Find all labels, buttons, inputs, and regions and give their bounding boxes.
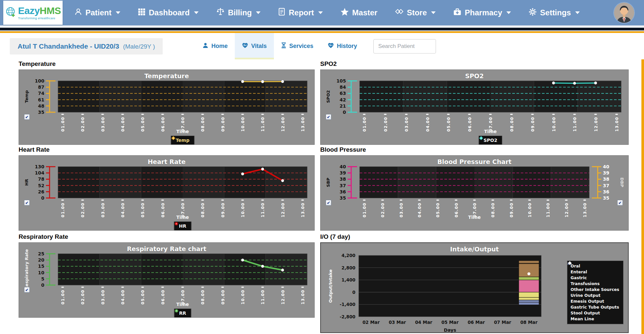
x-tick	[281, 114, 284, 115]
nav-item-store[interactable]: Store	[395, 8, 436, 18]
x-tick-label: 09.00	[221, 117, 225, 131]
pharmacy-icon	[453, 8, 461, 18]
x-tick	[121, 200, 124, 201]
bar-segment	[519, 261, 539, 263]
legend-item[interactable]: Gastric	[571, 275, 619, 280]
y-axis-label: Temp	[24, 90, 29, 103]
y-tick-label: -1,400	[340, 302, 355, 307]
x-tick	[261, 114, 264, 115]
legend-item[interactable]: Stool Output	[571, 311, 619, 315]
x-tick	[426, 114, 429, 115]
nav-item-master[interactable]: Master	[340, 8, 377, 18]
dropdown-caret-icon	[256, 11, 261, 14]
temperature-chart-panel: Temperature 1008774614835Temp01.0002.000…	[19, 69, 315, 145]
y-tick-label: -2,800	[340, 314, 355, 319]
x-tick	[101, 200, 104, 201]
y-tick-label: 26	[38, 189, 44, 194]
data-point-marker	[281, 179, 284, 182]
x-tick	[531, 114, 534, 115]
y-axis-label: Respiratory Rate	[24, 249, 29, 290]
bar-segment	[519, 280, 539, 292]
spo2-series-toggle-left[interactable]: ✔	[326, 114, 331, 120]
respiratory-rate-series-toggle-left[interactable]: ✔	[24, 287, 30, 293]
x-tick-label: 09.00	[221, 290, 225, 304]
y-tick-label: 48	[38, 103, 44, 109]
x-tick-label: 02.00	[81, 203, 85, 217]
nav-item-billing[interactable]: Billing	[216, 8, 261, 18]
x-tick-label: 13.00	[301, 203, 305, 217]
brand-tagline: Transforming eHealthcare	[18, 17, 61, 20]
x-tick-label: 06.00	[454, 203, 459, 217]
blood-pressure-heading: Blood Pressure	[320, 146, 629, 153]
temperature-series-toggle-left[interactable]: ✔	[24, 114, 30, 120]
respiratory-rate-plot: 2520151050Respiratory Rate01.0002.0003.0…	[19, 243, 314, 317]
heart-rate-plot: 1301047852260HR01.0002.0003.0004.0005.00…	[19, 156, 314, 230]
y-tick-label: 20	[38, 257, 45, 263]
tab-vitals[interactable]: Vitals	[235, 33, 274, 59]
x-tick-label: 04.00	[121, 117, 125, 131]
x-tick-label: 12.00	[564, 203, 569, 217]
legend-item[interactable]: Transfusions	[571, 281, 619, 286]
x-tick-label: 12.00	[594, 117, 598, 131]
y-tick-label: 78	[38, 176, 44, 182]
x-tick	[405, 114, 408, 115]
legend-item[interactable]: Emesis Output	[571, 299, 619, 304]
x-axis-label: Days	[444, 327, 456, 332]
legend-item[interactable]: Urine Output	[571, 293, 619, 298]
bar-segment	[519, 292, 539, 297]
heart-rate-legend[interactable]: HR	[174, 221, 191, 231]
respiratory-rate-chart-title: Respiratory Rate chart	[19, 245, 314, 252]
x-tick-label: 13.00	[615, 117, 619, 131]
search-patient-input[interactable]	[373, 39, 436, 53]
tab-history[interactable]: History	[321, 33, 364, 59]
x-tick	[301, 287, 304, 288]
app-logo[interactable]: EazyHMS Transforming eHealthcare	[3, 1, 63, 25]
separator-dark	[0, 28, 644, 30]
x-tick-label: 03 Mar	[389, 320, 406, 325]
spo2-legend[interactable]: SPO2	[479, 136, 502, 145]
x-tick	[221, 114, 224, 115]
x-tick-label: 06 Mar	[468, 320, 485, 325]
home-user-icon	[202, 42, 208, 50]
blood-pressure-series-toggle-right[interactable]: ✔	[617, 200, 623, 205]
bar-segment	[519, 302, 539, 305]
dropdown-caret-icon	[575, 11, 580, 14]
legend-item[interactable]: Mean Line	[571, 316, 619, 321]
history-heart-icon	[328, 42, 334, 50]
temperature-legend[interactable]: Temp	[171, 136, 194, 145]
data-point-marker	[241, 80, 244, 83]
x-tick	[201, 200, 204, 201]
x-tick-label: 09.00	[221, 203, 225, 217]
x-tick-label: 11.00	[573, 117, 577, 131]
legend-item[interactable]: Enteral	[571, 269, 619, 274]
patient-name: Atul T Chandankhede - UID20/3	[18, 42, 119, 50]
tab-services[interactable]: Services	[274, 33, 321, 59]
x-tick-label: 01.00	[61, 290, 65, 304]
x-tick	[241, 114, 244, 115]
blood-pressure-series-toggle-left[interactable]: ✔	[326, 200, 331, 205]
x-tick	[61, 114, 64, 115]
x-tick-label: 04.00	[121, 203, 125, 217]
x-tick	[241, 287, 244, 288]
nav-item-dashboard[interactable]: Dashboard	[138, 8, 198, 18]
nav-item-pharmacy[interactable]: Pharmacy	[453, 8, 511, 18]
heart-rate-series-toggle-left[interactable]: ✔	[24, 200, 30, 205]
respiratory-rate-legend[interactable]: RR	[174, 309, 191, 318]
legend-item[interactable]: Gastric Tube Outputs	[571, 305, 619, 310]
nav-item-report[interactable]: Report	[278, 8, 322, 18]
user-avatar[interactable]	[614, 3, 634, 23]
dropdown-caret-icon	[318, 11, 323, 14]
tab-home[interactable]: Home	[195, 33, 235, 59]
x-tick-label: 05.00	[446, 117, 451, 131]
x-axis-label: Time	[176, 129, 189, 134]
x-tick-label: 13.00	[301, 117, 305, 131]
x-tick	[381, 200, 384, 201]
x-tick	[384, 114, 387, 115]
legend-item[interactable]: Oral	[571, 264, 619, 268]
nav-item-settings[interactable]: Settings	[529, 8, 580, 18]
dropdown-caret-icon	[431, 11, 436, 14]
nav-item-patient[interactable]: Patient	[74, 8, 120, 18]
x-tick	[141, 114, 144, 115]
legend-item[interactable]: Other Intake Sources	[571, 287, 619, 292]
x-tick-label: 03.00	[404, 117, 409, 131]
